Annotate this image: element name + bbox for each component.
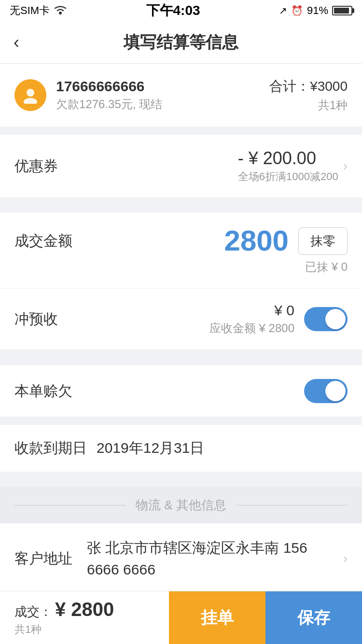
avatar xyxy=(14,79,46,111)
prepay-right: ¥ 0 应收金额 ¥ 2800 xyxy=(209,302,348,336)
coupon-right: - ¥ 200.00 全场6折满1000减200 › xyxy=(238,148,348,184)
address-chevron-icon: › xyxy=(343,551,348,566)
wifi-icon xyxy=(54,4,67,17)
prepay-amount: ¥ 0 xyxy=(209,302,294,319)
divider-line-right xyxy=(236,505,348,505)
logistics-text: 物流 & 其他信息 xyxy=(126,497,236,514)
save-button[interactable]: 保存 xyxy=(265,591,362,644)
customer-left: 17666666666 欠款1276.35元, 现结 xyxy=(14,78,162,112)
prepay-sub: 应收金额 ¥ 2800 xyxy=(209,321,294,336)
location-icon: ↗ xyxy=(279,5,287,16)
separator xyxy=(0,205,362,213)
back-button[interactable]: ‹ xyxy=(14,32,19,53)
customer-total: 合计：¥3000 xyxy=(269,77,348,96)
customer-count: 共1种 xyxy=(269,98,348,113)
status-time: 下午4:03 xyxy=(146,1,200,20)
prepay-toggle[interactable] xyxy=(304,307,348,331)
deal-label: 成交金额 xyxy=(14,231,72,251)
chevron-right-icon: › xyxy=(343,158,348,174)
svg-point-0 xyxy=(59,12,62,14)
logistics-divider: 物流 & 其他信息 xyxy=(0,487,362,523)
content-area: 17666666666 欠款1276.35元, 现结 合计：¥3000 共1种 … xyxy=(0,64,362,644)
credit-label: 本单赊欠 xyxy=(14,381,72,401)
alarm-icon: ⏰ xyxy=(291,5,303,16)
duedate-label: 收款到期日 xyxy=(14,438,87,458)
address-row[interactable]: 客户地址 张 北京市市辖区海淀区永丰南 156 6666 6666 › xyxy=(0,523,362,594)
credit-row: 本单赊欠 xyxy=(0,365,362,417)
coupon-label: 优惠券 xyxy=(14,156,58,176)
prepay-label: 冲预收 xyxy=(14,309,58,329)
svg-point-2 xyxy=(24,98,37,104)
separator2 xyxy=(0,357,362,365)
bottom-bar: 成交： ¥ 2800 共1种 挂单 保存 xyxy=(0,591,362,644)
prepay-amount-block: ¥ 0 应收金额 ¥ 2800 xyxy=(209,302,294,336)
customer-right: 合计：¥3000 共1种 xyxy=(269,77,348,113)
battery-icon xyxy=(332,6,352,15)
deal-section: 成交金额 2800 抹零 已抹 ¥ 0 xyxy=(0,213,362,288)
address-label: 客户地址 xyxy=(14,549,72,569)
coupon-amount: - ¥ 200.00 xyxy=(238,148,338,168)
page-title: 填写结算等信息 xyxy=(124,31,238,54)
coupon-desc: 全场6折满1000减200 xyxy=(238,169,338,184)
svg-point-1 xyxy=(27,89,34,97)
carrier-text: 无SIM卡 xyxy=(10,3,50,18)
deal-row: 成交金额 2800 抹零 xyxy=(14,226,348,255)
address-value: 张 北京市市辖区海淀区永丰南 156 6666 6666 xyxy=(87,537,343,580)
coupon-value-block: - ¥ 200.00 全场6折满1000减200 xyxy=(238,148,338,184)
status-left: 无SIM卡 xyxy=(10,3,67,18)
separator3 xyxy=(0,479,362,487)
battery-percent: 91% xyxy=(307,4,328,17)
bottom-count: 共1种 xyxy=(14,622,154,637)
duedate-row: 收款到期日 2019年12月31日 xyxy=(0,424,362,472)
status-right: ↗ ⏰ 91% xyxy=(279,4,352,17)
deal-amount: 2800 xyxy=(224,226,289,255)
credit-toggle[interactable] xyxy=(304,379,348,403)
prepay-row: 冲预收 ¥ 0 应收金额 ¥ 2800 xyxy=(0,288,362,350)
bottom-deal-label: 成交： xyxy=(14,603,52,620)
customer-subtext: 欠款1276.35元, 现结 xyxy=(56,97,162,112)
deal-right: 2800 抹零 xyxy=(224,226,348,255)
coupon-row[interactable]: 优惠券 - ¥ 200.00 全场6折满1000减200 › xyxy=(0,134,362,197)
bottom-summary: 成交： ¥ 2800 共1种 xyxy=(0,599,169,637)
status-bar: 无SIM卡 下午4:03 ↗ ⏰ 91% xyxy=(0,0,362,21)
deal-sub: 已抹 ¥ 0 xyxy=(14,259,348,275)
bottom-deal-amount: ¥ 2800 xyxy=(55,599,114,620)
bottom-deal-row: 成交： ¥ 2800 xyxy=(14,599,154,620)
hang-button[interactable]: 挂单 xyxy=(169,591,265,644)
round-button[interactable]: 抹零 xyxy=(298,227,348,255)
customer-phone: 17666666666 xyxy=(56,78,162,95)
customer-info: 17666666666 欠款1276.35元, 现结 xyxy=(56,78,162,112)
nav-bar: ‹ 填写结算等信息 xyxy=(0,21,362,64)
duedate-value: 2019年12月31日 xyxy=(97,438,204,458)
divider-line-left xyxy=(14,505,126,505)
customer-row: 17666666666 欠款1276.35元, 现结 合计：¥3000 共1种 xyxy=(0,64,362,126)
